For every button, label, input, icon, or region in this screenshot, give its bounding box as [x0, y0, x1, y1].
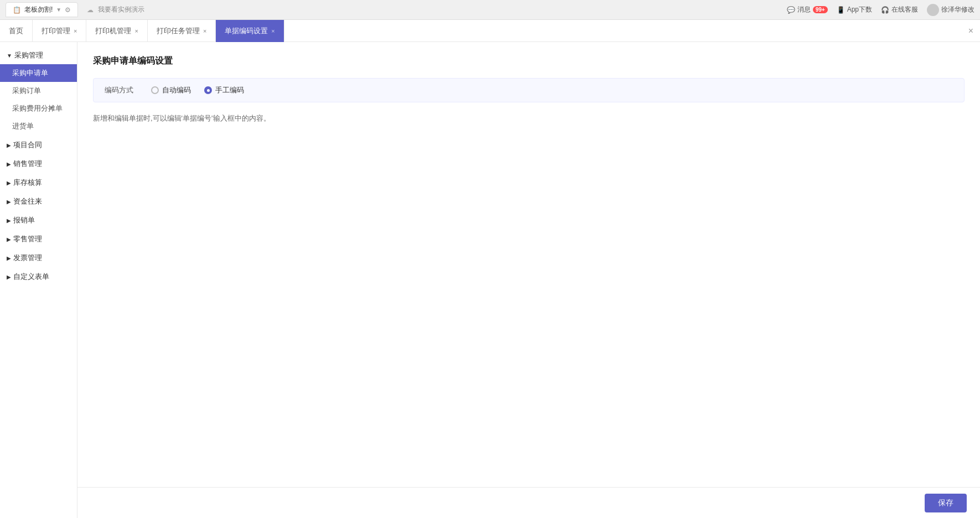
save-button[interactable]: 保存: [925, 494, 967, 512]
tab-barcode-setting-close[interactable]: ×: [271, 28, 274, 34]
message-label: 消息: [797, 5, 811, 14]
tab-print-task-close[interactable]: ×: [203, 28, 206, 34]
sidebar-item-inbound-label: 进货单: [12, 122, 34, 130]
tab-print-mgmt[interactable]: 打印管理 ×: [33, 20, 86, 42]
chevron-right-icon-retail: ▶: [7, 236, 11, 242]
sidebar-group-invoice-label: 发票管理: [13, 253, 42, 263]
coding-method-label: 编码方式: [105, 85, 133, 95]
sidebar-group-project-label: 项目合同: [13, 140, 42, 150]
auto-code-label: 自动编码: [162, 85, 191, 95]
sidebar-group-returns-title[interactable]: ▶ 报销单: [0, 211, 77, 229]
browser-tab-dropdown[interactable]: ▼: [56, 7, 61, 13]
sidebar-group-custom-label: 自定义表单: [13, 272, 49, 282]
app-download-area[interactable]: 📱 App下数: [837, 5, 872, 14]
cloud-icon: ☁: [87, 6, 94, 14]
sidebar-group-inventory-label: 库存核算: [13, 178, 42, 188]
sidebar-group-project-title[interactable]: ▶ 项目合同: [0, 136, 77, 154]
sidebar-item-purchase-order[interactable]: 采购订单: [0, 82, 77, 100]
sidebar-group-retail-label: 零售管理: [13, 234, 42, 244]
page-content: 采购申请单编码设置 编码方式 自动编码 手工编码 新增和编辑单据时,可以编辑'单…: [77, 42, 980, 487]
auto-code-option[interactable]: 自动编码: [151, 85, 191, 95]
browser-hint-text: 我要看实例演示: [98, 5, 144, 14]
content-area: 采购申请单编码设置 编码方式 自动编码 手工编码 新增和编辑单据时,可以编辑'单…: [77, 42, 980, 518]
browser-bar-right: 💬 消息 99+ 📱 App下数 🎧 在线客服 徐泽华修改: [787, 4, 974, 16]
sidebar-group-purchase-title[interactable]: ▼ 采购管理: [0, 46, 77, 64]
chevron-right-icon-inventory: ▶: [7, 180, 11, 186]
page-footer: 保存: [77, 487, 980, 518]
browser-tab[interactable]: 📋 老板勿割! ▼ ⚙: [6, 2, 78, 17]
tab-print-task-label: 打印任务管理: [157, 26, 200, 36]
chevron-right-icon-sales: ▶: [7, 161, 11, 167]
tab-home[interactable]: 首页: [0, 20, 33, 42]
sidebar-group-invoice: ▶ 发票管理: [0, 249, 77, 267]
app-tabs-bar: 首页 打印管理 × 打印机管理 × 打印任务管理 × 单据编码设置 × ×: [0, 20, 980, 42]
sidebar-group-retail-title[interactable]: ▶ 零售管理: [0, 230, 77, 248]
sidebar-group-inventory: ▶ 库存核算: [0, 174, 77, 191]
tab-print-mgmt-close[interactable]: ×: [74, 28, 77, 34]
sidebar-group-returns: ▶ 报销单: [0, 211, 77, 229]
sidebar-item-purchase-expense[interactable]: 采购费用分摊单: [0, 100, 77, 117]
coding-method-row: 编码方式 自动编码 手工编码: [93, 78, 965, 102]
chevron-right-icon: ▶: [7, 142, 11, 148]
hint-text: 新增和编辑单据时,可以编辑'单据编号'输入框中的内容。: [93, 113, 965, 123]
browser-settings-icon[interactable]: ⚙: [65, 6, 71, 14]
sidebar-group-custom-title[interactable]: ▶ 自定义表单: [0, 268, 77, 286]
sidebar-group-retail: ▶ 零售管理: [0, 230, 77, 248]
tab-barcode-setting-label: 单据编码设置: [225, 26, 268, 36]
user-area[interactable]: 徐泽华修改: [927, 4, 974, 16]
sidebar-group-custom: ▶ 自定义表单: [0, 268, 77, 286]
sidebar: ▼ 采购管理 采购申请单 采购订单 采购费用分摊单 进货单 ▶ 项目合同: [0, 42, 77, 518]
sidebar-group-sales: ▶ 销售管理: [0, 155, 77, 173]
sidebar-group-project: ▶ 项目合同: [0, 136, 77, 154]
app-download-label: App下数: [847, 5, 872, 14]
browser-tab-label: 老板勿割!: [24, 5, 53, 14]
chevron-right-icon-returns: ▶: [7, 217, 11, 224]
manual-code-option[interactable]: 手工编码: [204, 85, 244, 95]
tab-printer-mgmt[interactable]: 打印机管理 ×: [86, 20, 147, 42]
tab-favicon: 📋: [13, 6, 21, 14]
tab-home-label: 首页: [9, 26, 23, 36]
sidebar-group-returns-label: 报销单: [13, 215, 35, 225]
close-page-button[interactable]: ×: [962, 26, 980, 36]
sidebar-item-purchase-request-label: 采购申请单: [12, 69, 48, 77]
sidebar-group-purchase-label: 采购管理: [14, 50, 43, 60]
username-label: 徐泽华修改: [941, 5, 974, 14]
sidebar-group-funds: ▶ 资金往来: [0, 193, 77, 210]
browser-hint-bar: ☁ 我要看实例演示: [82, 5, 782, 14]
auto-code-radio[interactable]: [151, 86, 159, 94]
online-support-label: 在线客服: [891, 5, 918, 14]
chevron-down-icon: ▼: [7, 53, 12, 59]
tab-printer-mgmt-close[interactable]: ×: [134, 28, 138, 34]
main-layout: ▼ 采购管理 采购申请单 采购订单 采购费用分摊单 进货单 ▶ 项目合同: [0, 42, 980, 518]
sidebar-group-funds-title[interactable]: ▶ 资金往来: [0, 193, 77, 210]
sidebar-group-sales-label: 销售管理: [13, 159, 42, 169]
page-title: 采购申请单编码设置: [93, 55, 965, 67]
manual-code-radio[interactable]: [204, 86, 212, 94]
message-icon: 💬: [787, 6, 795, 14]
chevron-right-icon-custom: ▶: [7, 274, 11, 280]
sidebar-group-purchase: ▼ 采购管理 采购申请单 采购订单 采购费用分摊单 进货单: [0, 46, 77, 135]
sidebar-item-purchase-expense-label: 采购费用分摊单: [12, 104, 63, 112]
chevron-right-icon-invoice: ▶: [7, 255, 11, 261]
headphone-icon: 🎧: [881, 6, 889, 14]
tab-print-mgmt-label: 打印管理: [42, 26, 70, 36]
sidebar-item-inbound[interactable]: 进货单: [0, 117, 77, 135]
avatar: [927, 4, 939, 16]
online-support-area[interactable]: 🎧 在线客服: [881, 5, 918, 14]
browser-bar: 📋 老板勿割! ▼ ⚙ ☁ 我要看实例演示 💬 消息 99+ 📱 App下数 🎧…: [0, 0, 980, 20]
sidebar-group-invoice-title[interactable]: ▶ 发票管理: [0, 249, 77, 267]
sidebar-group-inventory-title[interactable]: ▶ 库存核算: [0, 174, 77, 191]
chevron-right-icon-funds: ▶: [7, 199, 11, 205]
tab-printer-mgmt-label: 打印机管理: [95, 26, 131, 36]
message-area[interactable]: 💬 消息 99+: [787, 5, 828, 14]
sidebar-group-funds-label: 资金往来: [13, 196, 42, 206]
sidebar-item-purchase-order-label: 采购订单: [12, 86, 41, 95]
tab-print-task[interactable]: 打印任务管理 ×: [148, 20, 216, 42]
sidebar-group-sales-title[interactable]: ▶ 销售管理: [0, 155, 77, 173]
message-badge: 99+: [813, 6, 828, 13]
app-download-icon: 📱: [837, 6, 845, 14]
tab-barcode-setting[interactable]: 单据编码设置 ×: [216, 20, 284, 42]
manual-code-label: 手工编码: [215, 85, 244, 95]
sidebar-item-purchase-request[interactable]: 采购申请单: [0, 64, 77, 82]
